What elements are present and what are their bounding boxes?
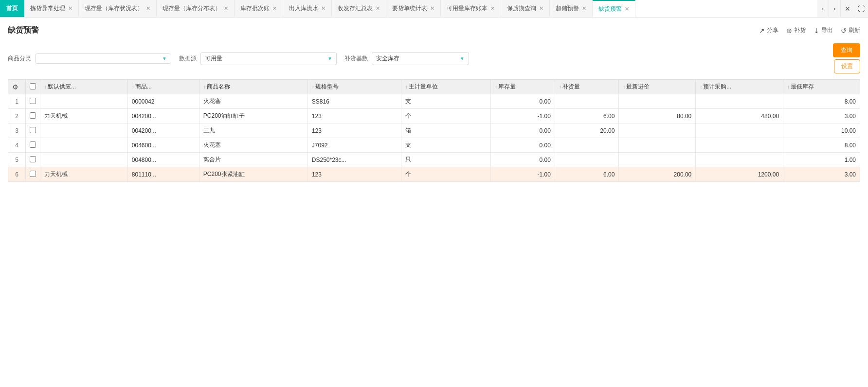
td-stock-1: -1.00 — [491, 109, 555, 123]
td-checkbox-1[interactable] — [26, 109, 40, 123]
tab-overstock[interactable]: 超储预警✕ — [550, 0, 593, 18]
tab-expand[interactable]: ⛶ — [854, 0, 868, 18]
tab-close-stock-dist[interactable]: ✕ — [224, 5, 228, 12]
td-spec-3: J7092 — [307, 138, 401, 153]
replenish-select[interactable]: 安全库存 ▼ — [372, 52, 469, 65]
supplement-button[interactable]: ⊕ 补货 — [786, 26, 806, 35]
sort-icon-supplement: ↕ — [559, 84, 561, 89]
tab-close-collect[interactable]: ✕ — [376, 5, 380, 12]
tab-shortage[interactable]: 缺货预警✕ — [593, 0, 635, 18]
page-container: 缺货预警 ↗ 分享 ⊕ 补货 ⤓ 导出 ↺ 刷新 商品分类 — [0, 18, 868, 387]
td-spec-5: 123 — [307, 167, 401, 182]
td-spec-2: 123 — [307, 123, 401, 138]
td-checkbox-0[interactable] — [26, 94, 40, 109]
row-checkbox-3[interactable] — [30, 141, 36, 148]
tab-available[interactable]: 可用量库存账本✕ — [441, 0, 501, 18]
tab-label-available: 可用量库存账本 — [447, 4, 488, 13]
refresh-button[interactable]: ↺ 刷新 — [841, 26, 860, 35]
query-button[interactable]: 查询 — [833, 43, 860, 57]
td-product-id-4: 004800... — [127, 153, 199, 167]
td-latest-price-2 — [619, 123, 696, 138]
tab-close-overstock[interactable]: ✕ — [582, 5, 586, 12]
tab-nav-next[interactable]: › — [829, 0, 841, 18]
td-supplier-5: 力天机械 — [40, 167, 128, 182]
gear-icon[interactable]: ⚙ — [12, 83, 18, 91]
tab-stock-status[interactable]: 现存量（库存状况表）✕ — [79, 0, 157, 18]
td-est-purchase-4 — [696, 153, 783, 167]
tab-close-abnormal[interactable]: ✕ — [68, 5, 72, 12]
category-select[interactable]: ▼ — [35, 53, 171, 64]
tab-close-expire[interactable]: ✕ — [539, 5, 543, 12]
tab-close-available[interactable]: ✕ — [490, 5, 495, 12]
td-est-purchase-5: 1200.00 — [696, 167, 783, 182]
tab-home[interactable]: 首页 — [0, 0, 24, 18]
row-checkbox-0[interactable] — [30, 98, 36, 104]
td-supplement-3 — [555, 138, 619, 153]
td-product-name-4: 离合片 — [199, 153, 307, 167]
settings-button[interactable]: 设置 — [834, 59, 860, 73]
tab-label-stock-status: 现存量（库存状况表） — [85, 4, 143, 13]
tab-stock-dist[interactable]: 现存量（库存分布表）✕ — [157, 0, 235, 18]
select-all-checkbox[interactable] — [30, 83, 36, 89]
td-min-stock-2: 10.00 — [783, 123, 860, 138]
sort-icon-min-stock: ↕ — [787, 84, 790, 89]
datasource-label: 数据源 — [179, 54, 197, 63]
export-label: 导出 — [821, 26, 833, 35]
share-button[interactable]: ↗ 分享 — [759, 26, 778, 35]
tab-close-inout[interactable]: ✕ — [321, 5, 326, 12]
td-est-purchase-0 — [696, 94, 783, 109]
td-supplier-0 — [40, 94, 128, 109]
refresh-icon: ↺ — [841, 27, 847, 35]
datasource-value: 可用量 — [205, 54, 222, 63]
replenish-filter-group: 补货基数 安全库存 ▼ — [344, 52, 469, 65]
tab-nav-prev[interactable]: ‹ — [817, 0, 829, 18]
td-min-stock-1: 3.00 — [783, 109, 860, 123]
td-unit-0: 支 — [401, 94, 491, 109]
share-label: 分享 — [767, 26, 778, 35]
th-product-name: ↕商品名称 — [199, 80, 307, 94]
tab-batch[interactable]: 库存批次账✕ — [235, 0, 283, 18]
tab-close-stock-status[interactable]: ✕ — [146, 5, 150, 12]
sort-icon-est-purchase: ↕ — [700, 84, 702, 89]
th-min-stock: ↕最低库存 — [783, 80, 860, 94]
td-stock-2: 0.00 — [491, 123, 555, 138]
replenish-chevron-icon: ▼ — [460, 56, 465, 61]
supplement-label: 补货 — [794, 26, 806, 35]
th-gear[interactable]: ⚙ — [8, 80, 26, 94]
td-checkbox-4[interactable] — [26, 153, 40, 167]
supplement-icon: ⊕ — [786, 27, 792, 35]
tab-abnormal[interactable]: 拣货异常处理✕ — [24, 0, 79, 18]
th-checkbox[interactable] — [26, 80, 40, 94]
row-checkbox-5[interactable] — [30, 171, 36, 177]
td-product-id-3: 004600... — [127, 138, 199, 153]
td-checkbox-3[interactable] — [26, 138, 40, 153]
td-product-name-0: 火花塞 — [199, 94, 307, 109]
row-checkbox-4[interactable] — [30, 156, 36, 162]
td-unit-5: 个 — [401, 167, 491, 182]
td-latest-price-0 — [619, 94, 696, 109]
td-latest-price-1: 80.00 — [619, 109, 696, 123]
datasource-chevron-icon: ▼ — [327, 56, 332, 61]
td-supplement-4 — [555, 153, 619, 167]
tab-close-all[interactable]: ✕ — [841, 0, 854, 18]
td-checkbox-5[interactable] — [26, 167, 40, 182]
tab-order-stat[interactable]: 要货单统计表✕ — [386, 0, 441, 18]
td-checkbox-2[interactable] — [26, 123, 40, 138]
row-checkbox-2[interactable] — [30, 127, 36, 133]
td-product-name-3: 火花塞 — [199, 138, 307, 153]
sort-icon-supplier: ↕ — [44, 84, 47, 89]
th-supplier: ↕默认供应... — [40, 80, 128, 94]
tab-close-order-stat[interactable]: ✕ — [430, 5, 434, 12]
tab-close-shortage[interactable]: ✕ — [625, 6, 629, 12]
row-checkbox-1[interactable] — [30, 112, 36, 119]
export-button[interactable]: ⤓ 导出 — [814, 26, 833, 35]
replenish-value: 安全库存 — [376, 54, 399, 63]
tab-collect[interactable]: 收发存汇总表✕ — [332, 0, 386, 18]
tab-expire[interactable]: 保质期查询✕ — [501, 0, 550, 18]
datasource-select[interactable]: 可用量 ▼ — [200, 52, 337, 65]
tab-inout[interactable]: 出入库流水✕ — [283, 0, 332, 18]
tab-label-abnormal: 拣货异常处理 — [30, 4, 65, 13]
table-head: ⚙ ↕默认供应... ↕商品... ↕商品名称 ↕规格型号 ↕ — [8, 80, 860, 94]
page-title: 缺货预警 — [8, 25, 39, 35]
tab-close-batch[interactable]: ✕ — [272, 5, 277, 12]
